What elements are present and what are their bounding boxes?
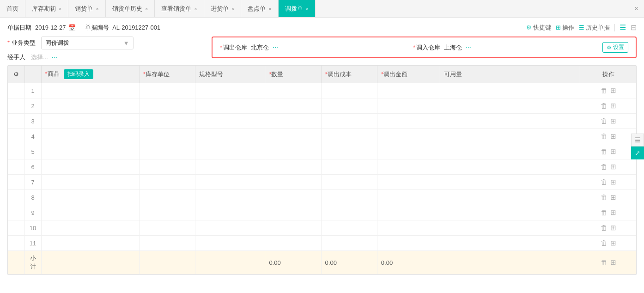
cell-available[interactable] (440, 236, 580, 251)
copy-icon[interactable]: ⊞ (610, 178, 616, 186)
copy-icon[interactable]: ⊞ (610, 193, 616, 201)
tab-home[interactable]: 首页 (0, 0, 25, 17)
delete-icon[interactable]: 🗑 (601, 239, 608, 247)
tab-close-all[interactable]: × (629, 5, 644, 13)
cell-product[interactable] (41, 220, 139, 236)
delete-icon[interactable]: 🗑 (601, 178, 608, 186)
cell-cost[interactable] (321, 159, 377, 175)
copy-icon[interactable]: ⊞ (610, 163, 616, 171)
cell-unit[interactable] (139, 83, 195, 98)
copy-icon[interactable]: ⊞ (610, 117, 616, 125)
cell-available[interactable] (440, 114, 580, 129)
cell-amount[interactable] (377, 144, 440, 159)
cell-qty[interactable] (265, 144, 321, 159)
cell-amount[interactable] (377, 175, 440, 190)
tab-transfer[interactable]: 调拨单 × (279, 0, 316, 17)
cell-spec[interactable] (195, 236, 265, 251)
cell-cost[interactable] (321, 114, 377, 129)
cell-spec[interactable] (195, 159, 265, 175)
cell-amount[interactable] (377, 220, 440, 236)
cell-spec[interactable] (195, 220, 265, 236)
cell-qty[interactable] (265, 98, 321, 114)
cell-qty[interactable] (265, 114, 321, 129)
copy-icon[interactable]: ⊞ (610, 102, 616, 110)
cell-unit[interactable] (139, 98, 195, 114)
delete-icon[interactable]: 🗑 (601, 224, 608, 232)
delete-icon[interactable]: 🗑 (601, 132, 608, 140)
cell-product[interactable] (41, 175, 139, 190)
settings-btn[interactable]: ⚙ 设置 (602, 42, 628, 53)
cell-qty[interactable] (265, 236, 321, 251)
cell-unit[interactable] (139, 144, 195, 159)
cell-amount[interactable] (377, 190, 440, 205)
cell-unit[interactable] (139, 190, 195, 205)
cell-cost[interactable] (321, 190, 377, 205)
tab-close-inventory-init[interactable]: × (59, 6, 61, 12)
cell-available[interactable] (440, 205, 580, 220)
cell-product[interactable] (41, 190, 139, 205)
tab-close-sales-order[interactable]: × (96, 6, 98, 12)
cell-unit[interactable] (139, 175, 195, 190)
cell-qty[interactable] (265, 205, 321, 220)
cell-cost[interactable] (321, 175, 377, 190)
handler-select[interactable]: 选择... (31, 53, 48, 61)
cell-product[interactable] (41, 205, 139, 220)
cell-cost[interactable] (321, 83, 377, 98)
operation-btn[interactable]: ⊞ 操作 (556, 24, 574, 32)
cell-qty[interactable] (265, 83, 321, 98)
cell-available[interactable] (440, 190, 580, 205)
cell-cost[interactable] (321, 220, 377, 236)
cell-available[interactable] (440, 175, 580, 190)
cell-cost[interactable] (321, 98, 377, 114)
delete-icon[interactable]: 🗑 (601, 163, 608, 171)
cell-available[interactable] (440, 129, 580, 144)
cell-unit[interactable] (139, 205, 195, 220)
handler-more-btn[interactable]: ··· (52, 53, 58, 61)
tab-purchase[interactable]: 进货单 × (204, 0, 241, 17)
tab-close-sales-history[interactable]: × (145, 6, 148, 12)
warehouse-out-more-btn[interactable]: ··· (273, 43, 279, 52)
cell-unit[interactable] (139, 114, 195, 129)
subtotal-delete-icon[interactable]: 🗑 (601, 258, 608, 267)
cell-product[interactable] (41, 159, 139, 175)
cell-cost[interactable] (321, 144, 377, 159)
calendar-icon[interactable]: 📅 (68, 24, 76, 31)
delete-icon[interactable]: 🗑 (601, 193, 608, 201)
cell-unit[interactable] (139, 220, 195, 236)
cell-product[interactable] (41, 129, 139, 144)
cell-product[interactable] (41, 144, 139, 159)
date-value[interactable]: 2019-12-27 (35, 24, 66, 31)
cell-amount[interactable] (377, 129, 440, 144)
cell-available[interactable] (440, 144, 580, 159)
cell-spec[interactable] (195, 83, 265, 98)
history-btn[interactable]: ☰ 历史单据 (579, 24, 610, 32)
cell-unit[interactable] (139, 236, 195, 251)
cell-qty[interactable] (265, 175, 321, 190)
subtotal-copy-icon[interactable]: ⊞ (610, 258, 616, 267)
copy-icon[interactable]: ⊞ (610, 208, 616, 217)
business-type-select[interactable]: 同价调拨 ▼ (41, 37, 134, 49)
cell-available[interactable] (440, 220, 580, 236)
delete-icon[interactable]: 🗑 (601, 86, 608, 95)
warehouse-out-value[interactable]: 北京仓 (251, 43, 269, 52)
layout-icon-1[interactable]: ☰ (620, 23, 626, 32)
cell-amount[interactable] (377, 83, 440, 98)
cell-unit[interactable] (139, 159, 195, 175)
cell-spec[interactable] (195, 190, 265, 205)
tab-inventory-init[interactable]: 库存期初 × (25, 0, 68, 17)
copy-icon[interactable]: ⊞ (610, 224, 616, 232)
tab-sales-order[interactable]: 销货单 × (68, 0, 105, 17)
layout-icon-2[interactable]: ⊟ (631, 23, 637, 32)
cell-qty[interactable] (265, 159, 321, 175)
delete-icon[interactable]: 🗑 (601, 147, 608, 156)
cell-available[interactable] (440, 98, 580, 114)
cell-available[interactable] (440, 159, 580, 175)
cell-product[interactable] (41, 114, 139, 129)
cell-spec[interactable] (195, 144, 265, 159)
copy-icon[interactable]: ⊞ (610, 239, 616, 247)
cell-product[interactable] (41, 98, 139, 114)
cell-qty[interactable] (265, 190, 321, 205)
delete-icon[interactable]: 🗑 (601, 117, 608, 125)
cell-spec[interactable] (195, 129, 265, 144)
cell-amount[interactable] (377, 236, 440, 251)
